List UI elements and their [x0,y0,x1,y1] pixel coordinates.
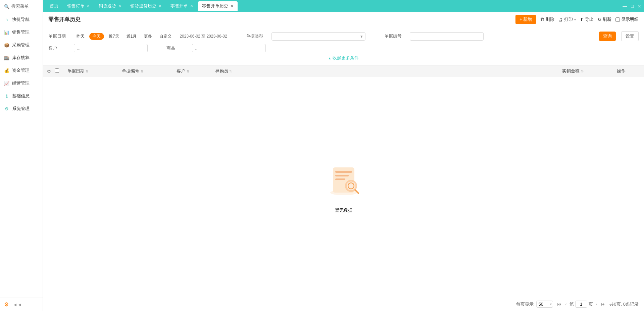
sidebar-item-inventory[interactable]: 🏬 库存核算 [0,51,43,64]
date-today-btn[interactable]: 今天 [89,33,104,40]
maximize-btn[interactable]: □ [631,4,634,9]
home-icon: ⌂ [4,17,9,22]
sidebar-item-system[interactable]: ⚙ 系统管理 [0,102,43,115]
customer-input[interactable]: ... [74,44,148,52]
sidebar: 🔍 搜索采单 ⌂ 快捷导航 📊 销售管理 📦 采购管理 🏬 库存核算 💰 资金管… [0,0,43,311]
svg-rect-4 [335,178,345,180]
col-settings[interactable]: ⚙ [43,65,63,77]
tab-sales-order-close[interactable]: ✕ [87,4,90,8]
minimize-btn[interactable]: — [623,4,627,9]
tab-sales-return-history-close[interactable]: ✕ [158,4,162,8]
page-suffix: 页 [589,301,593,307]
main-area: 首页 销售订单 ✕ 销货退货 ✕ 销货退货历史 ✕ 零售开单 ✕ 零售开单历史 … [43,0,644,311]
add-button[interactable]: + 新增 [515,15,536,24]
filter-area: 单据日期 昨天 今天 近7天 近1月 更多 自定义 2023-06-02 至 2… [43,27,644,65]
date-1month-btn[interactable]: 近1月 [124,33,140,40]
first-page-btn[interactable]: ⏮ [556,301,563,307]
date-more-btn[interactable]: 更多 [141,33,155,40]
col-customer-label: 客户 [177,68,185,73]
sidebar-item-finance[interactable]: 💰 资金管理 [0,64,43,77]
tab-sales-return[interactable]: 销货退货 ✕ [95,1,126,11]
tab-retail-open-history-close[interactable]: ✕ [230,4,234,8]
empty-state: 暂无数据 [43,77,644,297]
col-date-sort-icon: ⇅ [86,69,88,73]
col-action-label: 操作 [617,68,626,73]
sidebar-collapse-btn[interactable]: ◄◄ [13,302,22,307]
last-page-btn[interactable]: ⏭ [600,301,607,307]
close-btn[interactable]: ✕ [638,4,641,9]
print-label: 打印 [564,16,573,22]
next-page-btn[interactable]: › [594,301,598,307]
warehouse-icon: 🏬 [4,55,9,60]
select-all-checkbox[interactable] [55,68,59,73]
type-select[interactable] [271,32,365,41]
col-date-label: 单据日期 [67,68,85,73]
export-button[interactable]: ⬆ 导出 [580,16,594,22]
tab-sales-return-history-label: 销货退货历史 [130,3,156,9]
refresh-icon: ↻ [598,17,601,22]
col-amount[interactable]: 实销金额 ⇅ [558,65,613,77]
sidebar-item-label: 快捷导航 [12,16,30,22]
tab-sales-return-label: 销货退货 [99,3,116,9]
refresh-button[interactable]: ↻ 刷新 [598,16,611,22]
date-range-display: 2023-06-02 至 2023-06-02 [180,34,227,39]
display-detail-checkbox[interactable] [615,17,620,22]
data-table: ⚙ 单据日期 ⇅ 单据编号 ⇅ 客户 [43,65,644,77]
type-select-wrapper: ▾ [271,32,365,41]
sidebar-item-sales-mgmt[interactable]: 📊 销售管理 [0,26,43,39]
sidebar-search[interactable]: 🔍 搜索采单 [0,0,43,13]
col-date[interactable]: 单据日期 ⇅ [63,65,118,77]
search-icon: 🔍 [4,4,9,9]
sidebar-item-label: 基础信息 [12,93,30,99]
page-title: 零售开单历史 [48,16,81,23]
sidebar-item-label: 系统管理 [12,106,30,112]
date-custom-btn[interactable]: 自定义 [157,33,174,40]
query-button[interactable]: 查询 [599,32,616,41]
tab-sales-return-history[interactable]: 销货退货历史 ✕ [126,1,166,11]
tab-retail-open-close[interactable]: ✕ [190,4,193,8]
col-guide[interactable]: 导购员 ⇅ [211,65,258,77]
page-input[interactable] [575,301,587,308]
date-7days-btn[interactable]: 近7天 [106,33,122,40]
order-no-input[interactable] [410,32,484,41]
col-amount-label: 实销金额 [562,68,580,73]
sidebar-item-operations[interactable]: 📈 经营管理 [0,77,43,90]
print-button[interactable]: 🖨 打印 ▾ [558,16,576,22]
table-head: ⚙ 单据日期 ⇅ 单据编号 ⇅ 客户 [43,65,644,77]
per-page-label: 每页显示 [516,301,534,307]
tab-sales-order[interactable]: 销售订单 ✕ [63,1,94,11]
content-header: 零售开单历史 + 新增 🗑 删除 🖨 打印 ▾ ⬆ 导出 ↻ 刷新 显示明细 [43,12,644,27]
sidebar-item-quick-nav[interactable]: ⌂ 快捷导航 [0,13,43,26]
prev-page-btn[interactable]: ‹ [564,301,568,307]
refresh-label: 刷新 [603,16,611,22]
delete-button[interactable]: 🗑 删除 [540,16,554,22]
col-spacer [257,65,558,77]
sidebar-item-label: 资金管理 [12,67,30,73]
empty-icon [324,161,364,207]
sidebar-item-basic-info[interactable]: ℹ 基础信息 [0,90,43,102]
col-customer[interactable]: 客户 ⇅ [172,65,211,77]
col-order-no[interactable]: 单据编号 ⇅ [118,65,172,77]
tab-sales-return-close[interactable]: ✕ [118,4,121,8]
info-icon: ℹ [4,93,9,99]
tab-retail-open-history[interactable]: 零售开单历史 ✕ [198,1,238,11]
sidebar-item-purchase-mgmt[interactable]: 📦 采购管理 [0,39,43,51]
tab-home[interactable]: 首页 [46,1,62,11]
sidebar-settings-btn[interactable]: ⚙ [4,301,9,308]
per-page-select[interactable]: 50 100 200 [536,301,553,308]
print-arrow: ▾ [574,18,576,21]
setting-button[interactable]: 设置 [621,31,639,41]
col-amount-sort-icon: ⇅ [581,69,584,73]
coin-icon: 💰 [4,68,9,73]
collapse-button[interactable]: ▲ 收起更多条件 [48,55,639,61]
tab-retail-open[interactable]: 零售开单 ✕ [166,1,197,11]
print-icon: 🖨 [558,17,563,22]
display-detail-label: 显示明细 [621,16,639,22]
goods-input[interactable]: ... [192,44,266,52]
date-yesterday-btn[interactable]: 昨天 [74,33,87,40]
display-detail-toggle[interactable]: 显示明细 [615,16,639,22]
customer-placeholder: ... [77,46,81,51]
column-settings-icon[interactable]: ⚙ [47,69,51,74]
tab-retail-open-label: 零售开单 [170,3,188,9]
sidebar-bottom: ⚙ ◄◄ [0,298,43,311]
